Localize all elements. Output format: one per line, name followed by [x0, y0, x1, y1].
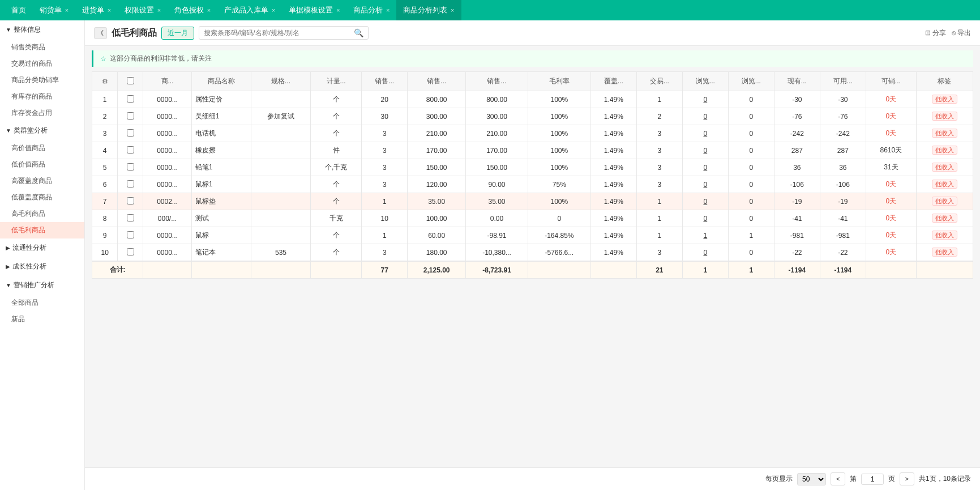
tag-badge: 低收入	[932, 163, 957, 172]
close-roles-icon[interactable]: ×	[207, 7, 211, 14]
row-checkbox[interactable]	[118, 227, 143, 244]
select-all-checkbox[interactable]	[127, 77, 134, 84]
row-select-checkbox[interactable]	[127, 129, 134, 137]
nav-product-entry[interactable]: 产成品入库单 ×	[217, 0, 282, 20]
col-browse1: 浏览...	[682, 72, 728, 91]
row-checkbox[interactable]	[118, 159, 143, 176]
top-nav: 首页 销货单 × 进货单 × 权限设置 × 角色授权 × 产成品入库单 × 单据…	[0, 0, 980, 20]
search-icon[interactable]: 🔍	[354, 28, 363, 37]
close-product-entry-icon[interactable]: ×	[272, 7, 275, 14]
row-browse1[interactable]: 0	[682, 244, 728, 262]
col-settings[interactable]: ⚙	[92, 72, 118, 91]
sidebar-item-all-goods[interactable]: 全部商品	[0, 295, 84, 311]
row-browse1[interactable]: 1	[682, 227, 728, 244]
sidebar-item-stocked-goods[interactable]: 有库存的商品	[0, 88, 84, 105]
browse-link[interactable]: 0	[703, 130, 707, 138]
sidebar-item-high-margin[interactable]: 高毛利商品	[0, 206, 84, 222]
sidebar-section-overall[interactable]: ▼ 整体信息	[0, 20, 84, 39]
row-avail: -30	[820, 91, 866, 108]
filter-period-button[interactable]: 近一月	[161, 27, 194, 40]
browse-link[interactable]: 0	[703, 147, 707, 155]
close-analysis-icon[interactable]: ×	[386, 7, 390, 14]
footer-empty5	[528, 261, 590, 279]
close-sales-icon[interactable]: ×	[65, 7, 69, 14]
sidebar-section-growth[interactable]: ▶ 成长性分析	[0, 257, 84, 276]
search-input[interactable]	[204, 29, 354, 37]
close-purchase-icon[interactable]: ×	[108, 7, 111, 14]
row-sales3: 90.00	[466, 176, 528, 193]
nav-purchase[interactable]: 进货单 ×	[75, 0, 118, 20]
row-select-checkbox[interactable]	[127, 163, 134, 171]
sidebar-section-circulation[interactable]: ▶ 流通性分析	[0, 238, 84, 257]
row-checkbox[interactable]	[118, 193, 143, 210]
browse-link[interactable]: 0	[703, 96, 707, 104]
row-checkbox[interactable]	[118, 125, 143, 142]
nav-product-analysis-list[interactable]: 商品分析列表 ×	[396, 0, 461, 20]
next-page-button[interactable]: ＞	[900, 472, 914, 485]
row-browse1[interactable]: 0	[682, 210, 728, 227]
row-select-checkbox[interactable]	[127, 95, 134, 103]
row-select-checkbox[interactable]	[127, 248, 134, 255]
row-select-checkbox[interactable]	[127, 231, 134, 238]
row-browse1[interactable]: 0	[682, 108, 728, 125]
nav-home[interactable]: 首页	[5, 0, 33, 20]
row-browse1[interactable]: 0	[682, 193, 728, 210]
browse-link[interactable]: 0	[703, 215, 707, 223]
row-browse1[interactable]: 0	[682, 142, 728, 159]
sidebar-item-capital[interactable]: 库存资金占用	[0, 105, 84, 121]
browse-link[interactable]: 0	[703, 249, 707, 257]
tag-badge: 低收入	[932, 180, 957, 189]
sidebar-item-new-goods[interactable]: 新品	[0, 311, 84, 327]
export-label: 导出	[957, 28, 971, 38]
sidebar-item-high-value[interactable]: 高价值商品	[0, 140, 84, 156]
row-select-checkbox[interactable]	[127, 197, 134, 204]
row-select-checkbox[interactable]	[127, 180, 134, 188]
sidebar-item-category-rate[interactable]: 商品分类助销率	[0, 72, 84, 88]
nav-template[interactable]: 单据模板设置 ×	[282, 0, 346, 20]
nav-sales[interactable]: 销货单 ×	[33, 0, 75, 20]
browse-link[interactable]: 0	[703, 164, 707, 172]
per-page-select[interactable]: 50 100 200	[797, 473, 826, 485]
share-button[interactable]: ⊡ 分享	[925, 28, 946, 38]
page-number-input[interactable]	[861, 474, 884, 485]
row-browse1[interactable]: 0	[682, 176, 728, 193]
nav-roles[interactable]: 角色授权 ×	[168, 0, 217, 20]
close-template-icon[interactable]: ×	[336, 7, 340, 14]
close-analysis-list-icon[interactable]: ×	[451, 7, 454, 14]
prev-page-button[interactable]: ＜	[831, 472, 845, 485]
settings-icon[interactable]: ⚙	[102, 78, 108, 86]
sidebar-item-low-coverage[interactable]: 低覆盖度商品	[0, 189, 84, 206]
sidebar-item-low-value[interactable]: 低价值商品	[0, 156, 84, 173]
nav-permissions[interactable]: 权限设置 ×	[118, 0, 168, 20]
row-checkbox[interactable]	[118, 210, 143, 227]
row-select-checkbox[interactable]	[127, 112, 134, 120]
row-select-checkbox[interactable]	[127, 214, 134, 221]
row-checkbox[interactable]	[118, 108, 143, 125]
browse-link[interactable]: 0	[703, 181, 707, 189]
row-checkbox[interactable]	[118, 142, 143, 159]
row-browse1[interactable]: 0	[682, 91, 728, 108]
browse-link[interactable]: 1	[703, 232, 707, 240]
sidebar-item-traded-goods[interactable]: 交易过的商品	[0, 56, 84, 72]
collapse-sidebar-button[interactable]: 《	[94, 27, 107, 39]
browse-link[interactable]: 0	[703, 113, 707, 121]
row-browse1[interactable]: 0	[682, 159, 728, 176]
row-name: 鼠标垫	[191, 193, 251, 210]
row-browse1[interactable]: 0	[682, 125, 728, 142]
sidebar-section-marketing[interactable]: ▼ 营销推广分析	[0, 276, 84, 295]
close-permissions-icon[interactable]: ×	[157, 7, 161, 14]
row-select-checkbox[interactable]	[127, 146, 134, 154]
row-checkbox[interactable]	[118, 91, 143, 108]
row-checkbox[interactable]	[118, 176, 143, 193]
sidebar-section-cluster[interactable]: ▼ 类群堂分析	[0, 121, 84, 140]
browse-link[interactable]: 0	[703, 198, 707, 206]
sidebar-section-cluster-label: 类群堂分析	[14, 126, 48, 135]
nav-product-analysis[interactable]: 商品分析 ×	[346, 0, 396, 20]
export-button[interactable]: ⎋ 导出	[952, 28, 971, 38]
row-checkbox[interactable]	[118, 244, 143, 262]
col-checkbox[interactable]	[118, 72, 143, 91]
sidebar-item-high-coverage[interactable]: 高覆盖度商品	[0, 173, 84, 189]
sidebar-item-low-margin[interactable]: 低毛利商品	[0, 222, 84, 238]
table-container[interactable]: ⚙ 商... 商品名称 规格... 计量... 销售... 销售... 销售..…	[85, 71, 980, 467]
sidebar-item-sales-goods[interactable]: 销售类商品	[0, 39, 84, 56]
